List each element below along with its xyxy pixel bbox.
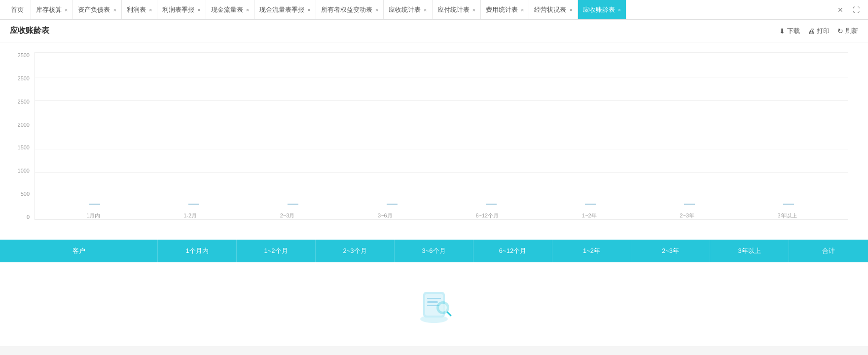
tab-cashflow-quarterly[interactable]: 现金流量表季报 × <box>254 0 316 20</box>
y-label-1000: 1000 <box>10 168 30 174</box>
bar-3-6month <box>387 204 398 205</box>
bar-1-2month <box>188 204 199 205</box>
window-controls: ✕ ⛶ <box>834 4 864 16</box>
bar-group-2-3month <box>288 204 298 205</box>
print-label: 打印 <box>817 27 830 36</box>
close-button[interactable]: ✕ <box>834 4 846 16</box>
empty-state <box>0 262 868 346</box>
y-label-0: 0 <box>10 214 30 220</box>
bar-3plus-year <box>783 204 794 205</box>
bar-group-1month <box>89 204 100 205</box>
download-button[interactable]: ⬇ 下载 <box>779 27 800 36</box>
refresh-button[interactable]: ↻ 刷新 <box>837 27 858 36</box>
th-1month: 1个月内 <box>158 240 237 262</box>
svg-point-7 <box>439 304 447 312</box>
y-label-2000: 2000 <box>10 122 30 128</box>
print-button[interactable]: 🖨 打印 <box>808 27 830 36</box>
maximize-button[interactable]: ⛶ <box>850 4 862 16</box>
bar-group-2-3year <box>684 204 695 205</box>
tab-operations[interactable]: 经营状况表 × <box>529 0 578 20</box>
page-title: 应收账龄表 <box>10 26 49 36</box>
tab-equity-close[interactable]: × <box>375 7 378 13</box>
th-6-12month: 6~12个月 <box>473 240 552 262</box>
x-label-3plus-year: 3年以上 <box>778 212 797 219</box>
tab-profit-close[interactable]: × <box>149 7 152 13</box>
tab-profit-quarterly[interactable]: 利润表季报 × <box>157 0 206 20</box>
y-label-1500: 1500 <box>10 144 30 150</box>
empty-icon <box>409 282 459 326</box>
tab-ap-stats[interactable]: 应付统计表 × <box>433 0 481 20</box>
tab-ar-stats-close[interactable]: × <box>424 7 427 13</box>
tab-cashflow[interactable]: 现金流量表 × <box>206 0 254 20</box>
tab-balance-close[interactable]: × <box>113 7 116 13</box>
th-1-2month: 1~2个月 <box>237 240 316 262</box>
download-label: 下载 <box>787 27 800 36</box>
tab-cashflow-label: 现金流量表 <box>211 5 243 14</box>
tab-expense-stats[interactable]: 费用统计表 × <box>481 0 529 20</box>
x-label-2-3year: 2~3年 <box>680 212 694 219</box>
x-label-3-6month: 3~6月 <box>378 212 393 219</box>
tab-bar: 首页 库存核算 × 资产负债表 × 利润表 × 利润表季报 × 现金流量表 × … <box>0 0 868 20</box>
y-label-2500a: 2500 <box>10 99 30 105</box>
tab-ar-stats[interactable]: 应收统计表 × <box>384 0 432 20</box>
th-1-2year: 1~2年 <box>552 240 631 262</box>
bar-group-1-2month <box>188 204 199 205</box>
tab-cashflow-quarterly-close[interactable]: × <box>307 7 310 13</box>
svg-rect-4 <box>427 301 438 303</box>
tab-profit[interactable]: 利润表 × <box>122 0 157 20</box>
main-content: 0 500 1000 1500 2000 2500 2500 2500 <box>0 42 868 346</box>
y-axis: 0 500 1000 1500 2000 2500 2500 2500 <box>10 52 35 220</box>
tab-equity-label: 所有者权益变动表 <box>321 5 372 14</box>
th-total: 合计 <box>789 240 868 262</box>
tab-inventory-label: 库存核算 <box>36 5 62 14</box>
tab-profit-quarterly-close[interactable]: × <box>197 7 200 13</box>
tab-ap-stats-close[interactable]: × <box>472 7 475 13</box>
bar-6-12month <box>486 204 497 205</box>
bar-2-3year <box>684 204 695 205</box>
chart-area: 0 500 1000 1500 2000 2500 2500 2500 <box>0 42 868 240</box>
tab-ar-aging-close[interactable]: × <box>618 7 621 13</box>
y-label-2500c: 2500 <box>10 52 30 58</box>
tab-balance[interactable]: 资产负债表 × <box>73 0 121 20</box>
tab-profit-label: 利润表 <box>127 5 146 14</box>
bar-1-2year <box>585 204 596 205</box>
tab-ap-stats-label: 应付统计表 <box>437 5 470 14</box>
refresh-label: 刷新 <box>845 27 858 36</box>
tab-operations-close[interactable]: × <box>569 7 572 13</box>
tab-inventory[interactable]: 库存核算 × <box>31 0 73 20</box>
tab-operations-label: 经营状况表 <box>534 5 566 14</box>
svg-line-8 <box>447 312 451 316</box>
bar-group-3-6month <box>387 204 398 205</box>
tab-cashflow-close[interactable]: × <box>246 7 249 13</box>
tab-ar-stats-label: 应收统计表 <box>389 5 421 14</box>
tab-ar-aging[interactable]: 应收账龄表 × <box>578 0 626 20</box>
chart-inner: 1月内 1-2月 2~3月 3~6月 6~12个月 1~2年 2~3年 3年以上 <box>35 52 848 220</box>
tab-home[interactable]: 首页 <box>4 0 31 20</box>
tab-equity[interactable]: 所有者权益变动表 × <box>316 0 384 20</box>
x-label-1month: 1月内 <box>86 212 100 219</box>
x-label-1-2year: 1~2年 <box>582 212 597 219</box>
page-header: 应收账龄表 ⬇ 下载 🖨 打印 ↻ 刷新 <box>0 20 868 42</box>
table-header: 客户 1个月内 1~2个月 2~3个月 3~6个月 6~12个月 1~2年 2~… <box>0 240 868 262</box>
tab-home-label: 首页 <box>11 5 24 14</box>
x-label-2-3month: 2~3月 <box>280 212 295 219</box>
bar-group-3plus-year <box>783 204 794 205</box>
bar-1month <box>89 204 100 205</box>
x-label-1-2month: 1-2月 <box>183 212 197 219</box>
th-3-6month: 3~6个月 <box>395 240 473 262</box>
tab-expense-stats-close[interactable]: × <box>521 7 524 13</box>
bars-group <box>35 52 848 205</box>
th-customer: 客户 <box>0 240 158 262</box>
x-axis-labels: 1月内 1-2月 2~3月 3~6月 6~12个月 1~2年 2~3年 3年以上 <box>35 212 848 219</box>
y-label-500: 500 <box>10 191 30 197</box>
refresh-icon: ↻ <box>837 27 843 35</box>
chart-container: 0 500 1000 1500 2000 2500 2500 2500 <box>10 52 848 220</box>
tab-expense-stats-label: 费用统计表 <box>486 5 518 14</box>
print-icon: 🖨 <box>808 27 815 35</box>
header-actions: ⬇ 下载 🖨 打印 ↻ 刷新 <box>779 27 858 36</box>
x-label-6-12month: 6~12个月 <box>475 212 499 219</box>
download-icon: ⬇ <box>779 27 785 35</box>
th-2-3month: 2~3个月 <box>316 240 395 262</box>
table-body <box>0 262 868 346</box>
tab-inventory-close[interactable]: × <box>65 7 68 13</box>
